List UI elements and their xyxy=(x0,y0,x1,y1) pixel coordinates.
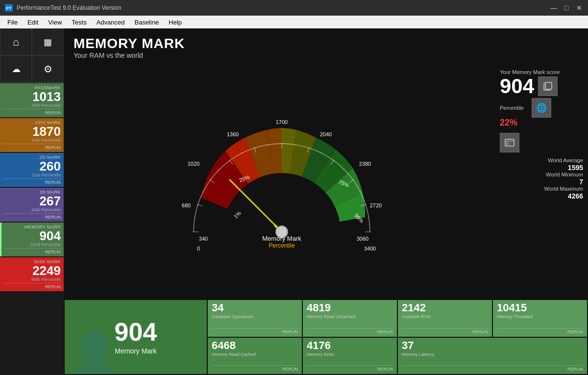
menu-file[interactable]: File xyxy=(2,16,23,28)
twod-percentile: 11st Percentile xyxy=(3,173,61,177)
world-minimum-value: 7 xyxy=(500,178,583,186)
mem-latency-label: Memory Latency xyxy=(402,352,583,357)
twod-rerun[interactable]: RERUN xyxy=(3,178,61,185)
score-card-2d[interactable]: 2D MARK 260 11st Percentile RERUN xyxy=(0,153,64,187)
mem-latency-value: 37 xyxy=(402,340,583,351)
available-ram-rerun[interactable]: RERUN xyxy=(402,328,488,334)
score-display-row: 904 xyxy=(500,76,583,97)
threed-percentile: 24th Percentile xyxy=(3,207,61,212)
percentile-value: 22% xyxy=(500,118,583,128)
score-display-section: Your Memory Mark score 904 Percentile 🌐 xyxy=(500,69,583,128)
close-button[interactable]: ✕ xyxy=(575,4,583,12)
cpu-rerun[interactable]: RERUN xyxy=(3,144,61,150)
svg-text:2720: 2720 xyxy=(370,202,382,208)
world-stats: World Average 1595 World Minimum 7 World… xyxy=(500,157,583,200)
score-card-disk[interactable]: DISK MARK 2249 66th Percentile RERUN xyxy=(0,257,64,291)
mem-write-rerun[interactable]: RERUN xyxy=(307,365,393,372)
nav-monitor-button[interactable]: ▦ xyxy=(32,28,64,55)
world-maximum-label: World Maximum xyxy=(500,186,583,192)
world-minimum-label: World Minimum xyxy=(500,172,583,177)
page-subtitle: Your RAM vs the world xyxy=(74,51,578,59)
result-main-card: 👤 904 Memory Mark xyxy=(65,300,207,374)
menu-help[interactable]: Help xyxy=(164,16,187,28)
svg-rect-49 xyxy=(509,143,511,145)
result-cell-mem-threaded: 10415 Memory Threaded RERUN xyxy=(493,300,587,337)
mem-latency-rerun[interactable]: RERUN xyxy=(402,365,583,372)
result-main-score: 904 xyxy=(115,319,157,345)
window-title: PerformanceTest 9.0 Evaluation Version xyxy=(17,4,550,11)
svg-text:0: 0 xyxy=(197,246,200,251)
mem-threaded-label: Memory Threaded xyxy=(497,314,583,319)
result-grid: 34 Database Operations RERUN 4819 Memory… xyxy=(208,300,587,374)
nav-home-button[interactable]: ⌂ xyxy=(0,28,32,55)
percentile-label: Percentile xyxy=(500,105,524,111)
svg-rect-48 xyxy=(506,142,508,145)
db-ops-value: 34 xyxy=(212,302,298,313)
percentile-row: Percentile 🌐 xyxy=(500,98,583,118)
memory-rerun[interactable]: RERUN xyxy=(4,248,61,254)
score-card-memory[interactable]: MEMORY MARK 904 22nd Percentile RERUN xyxy=(0,223,64,256)
nav-settings-button[interactable]: ⚙ xyxy=(32,55,64,82)
db-ops-rerun[interactable]: RERUN xyxy=(212,328,298,334)
mem-read-cached-label: Memory Read Cached xyxy=(212,352,298,357)
minimize-button[interactable]: — xyxy=(550,4,558,12)
svg-text:1360: 1360 xyxy=(227,131,239,137)
compare-button[interactable] xyxy=(500,133,519,152)
db-ops-label: Database Operations xyxy=(212,314,298,319)
menu-advanced[interactable]: Advanced xyxy=(92,16,130,28)
app-icon: PT xyxy=(5,4,13,12)
score-card-3d[interactable]: 3D MARK 267 24th Percentile RERUN xyxy=(0,188,64,222)
gauge-container: 1% 25% 75% 99% 1700 1360 2040 1020 2380 … xyxy=(69,64,495,297)
threed-value: 267 xyxy=(3,195,61,207)
memory-percentile: 22nd Percentile xyxy=(4,242,61,247)
mem-write-value: 4176 xyxy=(307,340,393,351)
nav-cloud-button[interactable]: ☁ xyxy=(0,55,32,82)
menu-baseline[interactable]: Baseline xyxy=(129,16,164,28)
mem-read-uncached-label: Memory Read Uncached xyxy=(307,314,393,319)
disk-rerun[interactable]: RERUN xyxy=(3,283,61,289)
world-average-value: 1595 xyxy=(500,164,583,172)
mem-read-cached-rerun[interactable]: RERUN xyxy=(212,365,298,372)
result-cell-db-ops: 34 Database Operations RERUN xyxy=(208,300,302,337)
score-copy-button[interactable] xyxy=(538,76,558,96)
twod-value: 260 xyxy=(3,160,61,173)
mem-read-uncached-rerun[interactable]: RERUN xyxy=(307,328,393,334)
middle-section: 1% 25% 75% 99% 1700 1360 2040 1020 2380 … xyxy=(64,62,588,299)
passmark-value: 1013 xyxy=(3,90,61,103)
app-body: ⌂ ▦ ☁ ⚙ PASSMARK 1013 20th Percentile RE… xyxy=(0,28,588,375)
maximize-button[interactable]: □ xyxy=(563,4,570,12)
result-cell-mem-read-cached: 6468 Memory Read Cached RERUN xyxy=(208,338,302,375)
mem-threaded-rerun[interactable]: RERUN xyxy=(497,328,583,334)
result-cell-mem-read-uncached: 4819 Memory Read Uncached RERUN xyxy=(303,300,397,337)
sidebar: ⌂ ▦ ☁ ⚙ PASSMARK 1013 20th Percentile RE… xyxy=(0,28,64,375)
svg-text:Memory Mark: Memory Mark xyxy=(262,235,301,242)
mem-threaded-value: 10415 xyxy=(497,302,583,313)
result-cell-available-ram: 2142 Available RAM RERUN xyxy=(398,300,492,337)
score-card-cpu[interactable]: CPU MARK 1870 14th Percentile RERUN xyxy=(0,118,64,152)
available-ram-label: Available RAM xyxy=(402,314,488,319)
threed-rerun[interactable]: RERUN xyxy=(3,213,61,220)
memory-mark-score: 904 xyxy=(500,76,534,97)
result-cell-mem-write: 4176 Memory Write RERUN xyxy=(303,338,397,375)
menu-edit[interactable]: Edit xyxy=(23,16,43,28)
passmark-percentile: 20th Percentile xyxy=(3,103,61,108)
globe-button[interactable]: 🌐 xyxy=(532,98,551,118)
cpu-percentile: 14th Percentile xyxy=(3,138,61,143)
svg-text:1020: 1020 xyxy=(188,161,199,167)
svg-text:PT: PT xyxy=(6,6,12,11)
score-card-passmark[interactable]: PASSMARK 1013 20th Percentile RERUN xyxy=(0,83,64,117)
page-title: MEMORY MARK xyxy=(74,36,578,51)
mem-read-cached-value: 6468 xyxy=(212,340,298,351)
gauge-svg: 1% 25% 75% 99% 1700 1360 2040 1020 2380 … xyxy=(154,107,409,254)
main-content: MEMORY MARK Your RAM vs the world xyxy=(64,28,588,375)
bottom-results: 👤 904 Memory Mark 34 Database Operations… xyxy=(64,299,588,375)
svg-text:3400: 3400 xyxy=(364,246,376,251)
menu-view[interactable]: View xyxy=(43,16,67,28)
menu-tests[interactable]: Tests xyxy=(67,16,91,28)
right-panel: Your Memory Mark score 904 Percentile 🌐 xyxy=(495,64,583,297)
passmark-rerun[interactable]: RERUN xyxy=(3,109,61,115)
mem-read-uncached-value: 4819 xyxy=(307,302,393,313)
disk-percentile: 66th Percentile xyxy=(3,277,61,282)
svg-text:680: 680 xyxy=(182,202,191,208)
cpu-value: 1870 xyxy=(3,125,61,138)
